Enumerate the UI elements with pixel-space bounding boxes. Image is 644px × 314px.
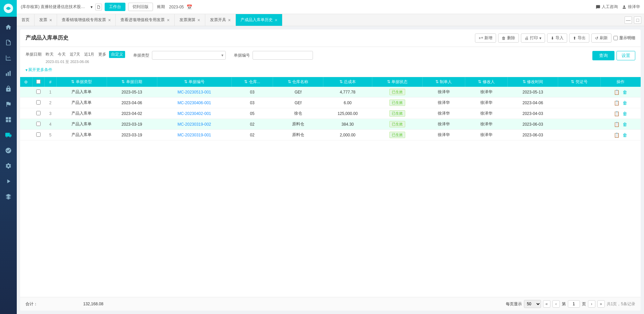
service-btn[interactable]: 人工咨询 — [596, 4, 618, 10]
td-doc-num[interactable]: MC-20230402-001 — [157, 108, 231, 119]
sidebar-item-v[interactable] — [0, 189, 17, 204]
delete-row-btn[interactable]: 🗑 — [622, 132, 628, 138]
sidebar-item-invoice[interactable] — [0, 35, 17, 50]
tab-product-instock[interactable]: 产成品入库单历史 × — [236, 14, 282, 26]
row-checkbox[interactable] — [36, 132, 41, 137]
delete-row-btn[interactable]: 🗑 — [622, 122, 628, 127]
tab-invoice[interactable]: 发票 × — [35, 14, 57, 26]
th-creator[interactable]: ⇅ 制单人 — [422, 77, 465, 87]
delete-row-btn[interactable]: 🗑 — [622, 111, 628, 116]
export-button[interactable]: ⬆ 导出 — [569, 34, 589, 43]
delete-row-btn[interactable]: 🗑 — [622, 89, 628, 95]
refresh-button[interactable]: ↺ 刷新 — [591, 34, 611, 43]
per-page-select[interactable]: 20 50 100 — [524, 300, 541, 308]
tab-check-purchase-vat[interactable]: 查看进项增值税专用发票 × — [116, 14, 174, 26]
sidebar-item-chart[interactable] — [0, 50, 17, 66]
row-checkbox[interactable] — [36, 122, 41, 126]
tab-check-purchase-close[interactable]: × — [167, 18, 169, 22]
doc-num-link[interactable]: MC-20230402-001 — [177, 111, 211, 116]
th-doc-num[interactable]: ⇅ 单据编号 — [157, 77, 231, 87]
doc-num-link[interactable]: MC-20230406-001 — [177, 101, 211, 105]
import-button[interactable]: ⬇ 导入 — [547, 34, 567, 43]
td-doc-num[interactable]: MC-20230319-001 — [157, 130, 231, 140]
td-check[interactable] — [32, 98, 44, 108]
doc-num-link[interactable]: MC-20230319-002 — [177, 122, 211, 127]
next-page-btn[interactable]: › — [588, 300, 595, 308]
edit-row-btn[interactable]: 📋 — [613, 111, 621, 116]
settings-icon[interactable]: ⚙ — [24, 80, 28, 84]
doc-num-link[interactable]: MC-20230319-001 — [177, 133, 211, 137]
tab-invoice-open[interactable]: 发票开具 × — [205, 14, 236, 26]
sidebar-item-warehouse[interactable] — [0, 127, 17, 143]
calendar-icon[interactable]: 📅 — [186, 4, 192, 10]
edit-row-btn[interactable]: 📋 — [613, 89, 621, 95]
sidebar-item-play[interactable] — [0, 174, 17, 189]
new-button[interactable]: + + 新增 — [475, 34, 496, 43]
td-doc-num[interactable]: MC-20230319-002 — [157, 119, 231, 130]
delete-row-btn[interactable]: 🗑 — [622, 100, 628, 106]
tab-maximize-btn[interactable]: □ — [634, 16, 641, 24]
show-detail-checkbox[interactable] — [613, 36, 618, 40]
tab-check-sales-close[interactable]: × — [108, 18, 111, 22]
tab-invoice-calc[interactable]: 发票测算 × — [175, 14, 205, 26]
row-checkbox[interactable] — [36, 111, 41, 115]
worktable-button[interactable]: 工作台 — [105, 3, 125, 11]
tab-invoice-open-close[interactable]: × — [228, 18, 231, 22]
date-btn-yesterday[interactable]: 昨天 — [44, 51, 55, 58]
expand-more-btn[interactable]: ▾ 展开更多条件 — [25, 67, 635, 73]
sidebar-item-settings[interactable] — [0, 158, 17, 174]
select-all-checkbox[interactable] — [36, 79, 41, 84]
th-doc-type[interactable]: ⇅ 单据类型 — [56, 77, 107, 87]
row-checkbox[interactable] — [36, 100, 41, 105]
date-btn-1month[interactable]: 近1月 — [83, 51, 96, 58]
tab-invoice-close[interactable]: × — [49, 18, 52, 22]
show-detail-label[interactable]: 显示明细 — [613, 35, 635, 41]
th-doc-status[interactable]: ⇅ 单据状态 — [372, 77, 422, 87]
tab-invoice-calc-close[interactable]: × — [198, 18, 200, 22]
query-button[interactable]: 查询 — [592, 51, 614, 60]
first-page-btn[interactable]: « — [543, 300, 550, 308]
row-checkbox[interactable] — [36, 89, 41, 94]
th-settings[interactable]: ⚙ — [20, 77, 32, 87]
th-voucher-num[interactable]: ⇅ 凭证号 — [558, 77, 600, 87]
sidebar-item-flag[interactable] — [0, 97, 17, 112]
th-doc-date[interactable]: ⇅ 单据日期 — [107, 77, 157, 87]
user-menu[interactable]: 徐泽华 — [622, 4, 640, 10]
switch-button[interactable]: 切到旧版 — [128, 3, 153, 11]
td-doc-num[interactable]: MC-20230513-001 — [157, 87, 231, 98]
sidebar-item-home[interactable] — [0, 19, 17, 35]
doc-num-link[interactable]: MC-20230513-001 — [177, 90, 211, 95]
tab-minimize-btn[interactable]: — — [625, 16, 632, 24]
last-page-btn[interactable]: » — [597, 300, 605, 308]
td-check[interactable] — [32, 119, 44, 130]
tab-check-sales-vat[interactable]: 查看销项增值税专用发票 × — [57, 14, 116, 26]
doc-num-input[interactable] — [253, 51, 313, 60]
delete-button[interactable]: 🗑 删除 — [498, 34, 519, 43]
page-input[interactable] — [568, 300, 580, 308]
doc-icon[interactable] — [95, 4, 102, 10]
th-total-cost[interactable]: ⇅ 总成本 — [323, 77, 372, 87]
set-button[interactable]: 设置 — [616, 51, 635, 60]
prev-page-btn[interactable]: ‹ — [552, 300, 560, 308]
edit-row-btn[interactable]: 📋 — [613, 122, 621, 127]
th-warehouse-code[interactable]: ⇅ 仓库... — [231, 77, 273, 87]
th-modify-time[interactable]: ⇅ 修改时间 — [507, 77, 558, 87]
sidebar-item-analytics[interactable] — [0, 66, 17, 81]
td-check[interactable] — [32, 130, 44, 140]
th-modifier[interactable]: ⇅ 修改人 — [465, 77, 507, 87]
edit-row-btn[interactable]: 📋 — [613, 132, 621, 138]
td-check[interactable] — [32, 108, 44, 119]
print-button[interactable]: 🖨 打印 ▾ — [521, 34, 545, 43]
date-btn-more[interactable]: 更多 — [97, 51, 108, 58]
th-check[interactable] — [32, 77, 44, 87]
td-check[interactable] — [32, 87, 44, 98]
edit-row-btn[interactable]: 📋 — [613, 100, 621, 106]
tab-home[interactable]: 首页 — [17, 14, 35, 26]
sidebar-item-stamp[interactable] — [0, 143, 17, 158]
tab-product-instock-close[interactable]: × — [275, 18, 277, 22]
sidebar-item-grid[interactable] — [0, 112, 17, 127]
doc-type-select[interactable]: ▾ — [152, 51, 226, 60]
sidebar-item-lock[interactable] — [0, 81, 17, 97]
date-btn-today[interactable]: 今天 — [56, 51, 67, 58]
date-btn-custom[interactable]: 自定义 — [109, 51, 125, 58]
